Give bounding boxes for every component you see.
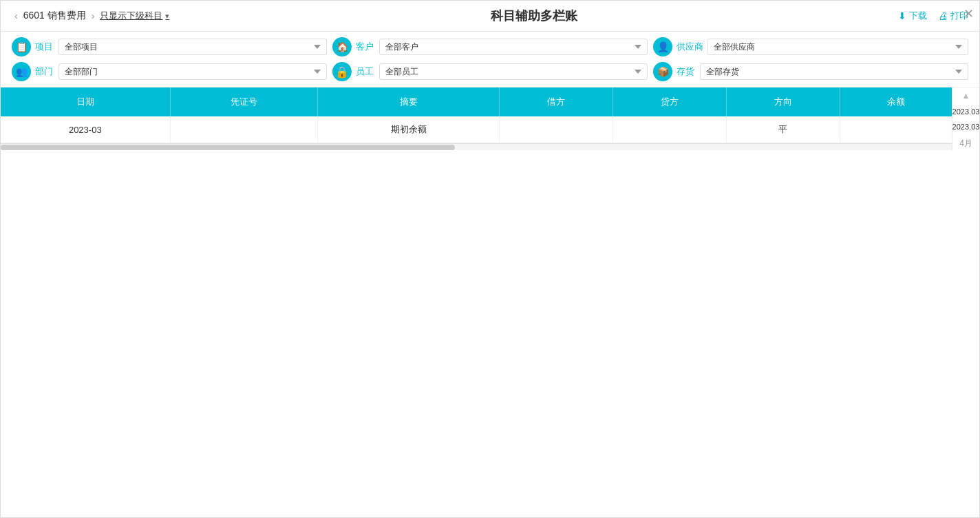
prev-account-button[interactable]: ‹ (12, 9, 21, 23)
scrollbar-thumb[interactable] (1, 145, 455, 150)
employee-select[interactable]: 全部员工 (379, 63, 648, 80)
cell-debit (500, 116, 613, 143)
filter-area: 📋 项目 全部项目 🏠 客户 全部客户 👤 供应商 全部供应商 👥 部门 全 (1, 32, 979, 87)
timeline-up-button[interactable]: ▲ (952, 87, 980, 104)
employee-filter-row: 🔒 员工 全部员工 (332, 62, 648, 81)
cell-summary: 期初余额 (318, 116, 500, 143)
col-debit: 借方 (500, 87, 613, 116)
project-filter-row: 📋 项目 全部项目 (12, 37, 327, 56)
close-icon: ✕ (963, 7, 974, 21)
customer-icon: 🏠 (332, 37, 352, 56)
timeline-date-2[interactable]: 2023.03 (952, 119, 980, 134)
cell-credit (613, 116, 727, 143)
cell-direction: 平 (726, 116, 840, 143)
close-button[interactable]: ✕ (963, 6, 974, 21)
supplier-label: 供应商 (677, 41, 703, 53)
next-account-button[interactable]: › (89, 9, 98, 23)
inventory-icon: 📦 (653, 62, 672, 81)
col-direction: 方向 (726, 87, 840, 116)
inventory-filter-row: 📦 存货 全部存货 (653, 62, 968, 81)
timeline-sidebar: ▲ 2023.03 2023.03 4月 5月 6月 7月 8月 9月 10月 … (952, 87, 979, 143)
cell-date: 2023-03 (1, 116, 170, 143)
employee-label: 员工 (356, 65, 375, 78)
col-summary: 摘要 (318, 87, 500, 116)
toolbar-left: ‹ 6601 销售费用 › 只显示下级科目 ▾ (12, 9, 169, 23)
print-icon: 🖨 (938, 10, 948, 21)
download-button[interactable]: ⬇ 下载 (898, 10, 927, 22)
customer-label: 客户 (356, 41, 375, 53)
cell-balance (840, 116, 952, 143)
col-credit: 贷方 (613, 87, 727, 116)
cell-voucher (170, 116, 318, 143)
toolbar-right: ⬇ 下载 🖨 打印 (898, 10, 968, 22)
timeline-date-1[interactable]: 2023.03 (952, 104, 980, 119)
employee-icon: 🔒 (332, 62, 352, 81)
col-balance: 余额 (840, 87, 952, 116)
timeline-month-4[interactable]: 4月 (952, 134, 980, 143)
customer-select[interactable]: 全部客户 (379, 39, 648, 55)
department-filter-row: 👥 部门 全部部门 (12, 62, 327, 81)
supplier-filter-row: 👤 供应商 全部供应商 (653, 37, 968, 56)
department-icon: 👥 (12, 62, 31, 81)
ledger-table: 日期 凭证号 摘要 借方 贷方 方向 余额 2023-03 期初余额 (1, 87, 952, 143)
page-title: 科目辅助多栏账 (175, 8, 893, 24)
inventory-select[interactable]: 全部存货 (700, 63, 968, 80)
ledger-table-container: 日期 凭证号 摘要 借方 贷方 方向 余额 2023-03 期初余额 (1, 87, 952, 143)
horizontal-scrollbar[interactable] (1, 143, 952, 150)
supplier-icon: 👤 (653, 37, 672, 56)
project-select[interactable]: 全部项目 (58, 39, 327, 55)
toolbar: ‹ 6601 销售费用 › 只显示下级科目 ▾ 科目辅助多栏账 ⬇ 下载 🖨 打… (1, 1, 979, 32)
col-voucher: 凭证号 (170, 87, 318, 116)
chevron-down-icon: ▾ (165, 12, 169, 21)
account-code: 6601 销售费用 (23, 10, 86, 22)
table-row: 2023-03 期初余额 平 (1, 116, 952, 143)
col-date: 日期 (1, 87, 170, 116)
department-select[interactable]: 全部部门 (58, 63, 327, 80)
project-icon: 📋 (12, 37, 31, 56)
department-label: 部门 (35, 65, 54, 78)
show-sub-button[interactable]: 只显示下级科目 ▾ (100, 10, 169, 22)
show-sub-label: 只显示下级科目 (100, 10, 162, 22)
project-label: 项目 (35, 41, 54, 53)
download-icon: ⬇ (898, 10, 906, 21)
supplier-select[interactable]: 全部供应商 (707, 39, 968, 55)
inventory-label: 存货 (677, 65, 696, 78)
customer-filter-row: 🏠 客户 全部客户 (332, 37, 648, 56)
